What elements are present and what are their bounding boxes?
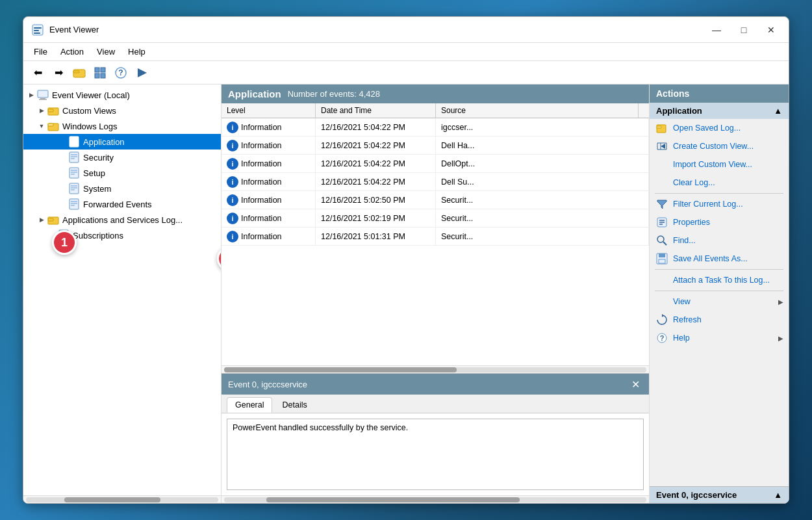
svg-rect-19 — [48, 124, 53, 126]
folder-svc-icon — [47, 213, 60, 226]
tree-scrollbar[interactable] — [23, 495, 221, 503]
action-separator — [655, 269, 783, 270]
forward-button[interactable]: ➡ — [49, 64, 68, 82]
svg-text:?: ? — [118, 68, 123, 77]
tree-panel: 1 2 ▶ Event Viewer (Local) ▶ — [23, 84, 222, 503]
maximize-button[interactable]: □ — [734, 20, 754, 40]
table-row[interactable]: iInformation 12/16/2021 5:04:22 PM igccs… — [222, 118, 649, 136]
action-properties[interactable]: Properties — [650, 213, 789, 231]
col-header-level[interactable]: Level — [222, 103, 316, 118]
action-view[interactable]: View▶ — [650, 292, 789, 311]
events-scrollbar-h[interactable] — [222, 365, 649, 373]
action-clear-log[interactable]: Clear Log... — [650, 174, 789, 192]
actions-section-label: Application — [656, 106, 702, 116]
tab-details[interactable]: Details — [273, 397, 315, 413]
action-attach-task[interactable]: Attach a Task To this Log... — [650, 271, 789, 289]
tree-item-root[interactable]: ▶ Event Viewer (Local) — [23, 87, 221, 103]
event-text-content: PowerEvent handled successfully by the s… — [233, 423, 408, 432]
event-actions-header[interactable]: Event 0, igccservice ▲ — [650, 487, 789, 503]
event-detail-scrollbar[interactable] — [222, 495, 649, 503]
tree-scrollbar-thumb — [64, 497, 160, 502]
close-button[interactable]: ✕ — [761, 20, 781, 40]
svg-rect-61 — [659, 259, 665, 263]
cell-level: iInformation — [222, 136, 316, 154]
event-scrollbar-thumb — [266, 497, 520, 502]
tree-arrow-root: ▶ — [26, 90, 36, 100]
cell-source: Securit... — [436, 228, 649, 245]
system-label: System — [83, 184, 111, 194]
annotation-1: 1 — [52, 230, 77, 255]
action-label-clear-log: Clear Log... — [673, 178, 715, 187]
tree-item-security[interactable]: Security — [23, 150, 221, 165]
security-log-icon — [68, 151, 81, 164]
open-folder-button[interactable] — [70, 64, 88, 82]
col-header-datetime[interactable]: Date and Time — [316, 103, 436, 118]
action-open-saved[interactable]: Open Saved Log... — [650, 119, 789, 137]
table-row[interactable]: iInformation 12/16/2021 5:02:50 PM Secur… — [222, 191, 649, 209]
folder-icon — [47, 104, 60, 117]
table-row[interactable]: iInformation 12/16/2021 5:04:22 PM DellO… — [222, 155, 649, 173]
cell-datetime: 12/16/2021 5:04:22 PM — [316, 136, 436, 154]
action-create-custom[interactable]: Create Custom View... — [650, 137, 789, 155]
action-label-view: View — [673, 297, 691, 306]
actions-section-header[interactable]: Application ▲ — [650, 103, 789, 119]
action-help[interactable]: ?Help▶ — [650, 329, 789, 347]
action-refresh[interactable]: Refresh — [650, 311, 789, 329]
run-button[interactable] — [133, 64, 151, 82]
action-label-create-custom: Create Custom View... — [673, 142, 754, 151]
log-icon — [68, 135, 81, 148]
table-row[interactable]: iInformation 12/16/2021 5:02:19 PM Secur… — [222, 209, 649, 228]
table-row[interactable]: iInformation 12/16/2021 5:01:31 PM Secur… — [222, 228, 649, 246]
menu-view[interactable]: View — [92, 46, 120, 58]
cell-datetime: 12/16/2021 5:04:22 PM — [316, 155, 436, 172]
svg-rect-60 — [659, 254, 665, 257]
toolbar: ⬅ ➡ ? — [23, 61, 789, 84]
svg-rect-2 — [34, 30, 39, 31]
action-icon-refresh — [655, 313, 669, 327]
setup-log-icon — [68, 166, 81, 179]
tree-item-windows-logs[interactable]: ▼ Windows Logs — [23, 118, 221, 134]
svg-marker-52 — [657, 200, 666, 209]
svg-rect-28 — [70, 168, 79, 178]
svg-text:?: ? — [660, 334, 665, 342]
menu-file[interactable]: File — [29, 46, 53, 58]
event-detail-title: Event 0, igcccservice — [228, 380, 307, 389]
action-filter-log[interactable]: Filter Current Log... — [650, 195, 789, 213]
minimize-button[interactable]: — — [707, 20, 726, 40]
event-detail-close-button[interactable]: ✕ — [628, 377, 642, 391]
cell-datetime: 12/16/2021 5:04:22 PM — [316, 173, 436, 190]
tree-item-forwarded[interactable]: Forwarded Events — [23, 196, 221, 212]
tree-arrow-winlogs: ▼ — [36, 121, 47, 131]
help-toolbar-button[interactable]: ? — [112, 64, 130, 82]
menu-help[interactable]: Help — [123, 46, 151, 58]
action-find[interactable]: Find... — [650, 231, 789, 250]
main-content: 1 2 ▶ Event Viewer (Local) ▶ — [23, 84, 789, 503]
table-row[interactable]: iInformation 12/16/2021 5:04:22 PM Dell … — [222, 173, 649, 191]
action-save-events[interactable]: Save All Events As... — [650, 250, 789, 268]
view-grid-button[interactable] — [91, 64, 109, 82]
event-detail-tabs: General Details — [222, 395, 649, 413]
actions-panel: Actions Application ▲ Open Saved Log...C… — [649, 84, 789, 503]
title-bar: Event Viewer — □ ✕ — [23, 17, 789, 43]
tree-item-app-services[interactable]: ▶ Applications and Services Log... — [23, 212, 221, 228]
table-row[interactable]: iInformation 12/16/2021 5:04:22 PM Dell … — [222, 136, 649, 155]
table-body: iInformation 12/16/2021 5:04:22 PM igccs… — [222, 118, 649, 365]
info-icon: i — [227, 140, 238, 151]
tree-item-setup[interactable]: Setup — [23, 165, 221, 181]
tab-general[interactable]: General — [227, 397, 272, 413]
tree-item-custom-views[interactable]: ▶ Custom Views — [23, 103, 221, 118]
action-arrow-view: ▶ — [778, 298, 783, 306]
action-import-custom[interactable]: Import Custom View... — [650, 155, 789, 174]
info-icon: i — [227, 176, 238, 188]
back-button[interactable]: ⬅ — [29, 64, 47, 82]
action-icon-open-saved — [655, 121, 669, 135]
col-header-source[interactable]: Source — [436, 103, 639, 118]
tree-item-system[interactable]: System — [23, 181, 221, 196]
svg-rect-24 — [70, 152, 79, 162]
table-header: Level Date and Time Source — [222, 103, 649, 118]
center-panel: Application Number of events: 4,428 Leve… — [222, 84, 649, 503]
menu-action[interactable]: Action — [55, 46, 89, 58]
event-actions-label: Event 0, igccservice — [656, 490, 737, 500]
tree-item-application[interactable]: Application — [23, 134, 221, 150]
action-icon-attach-task — [655, 273, 669, 287]
